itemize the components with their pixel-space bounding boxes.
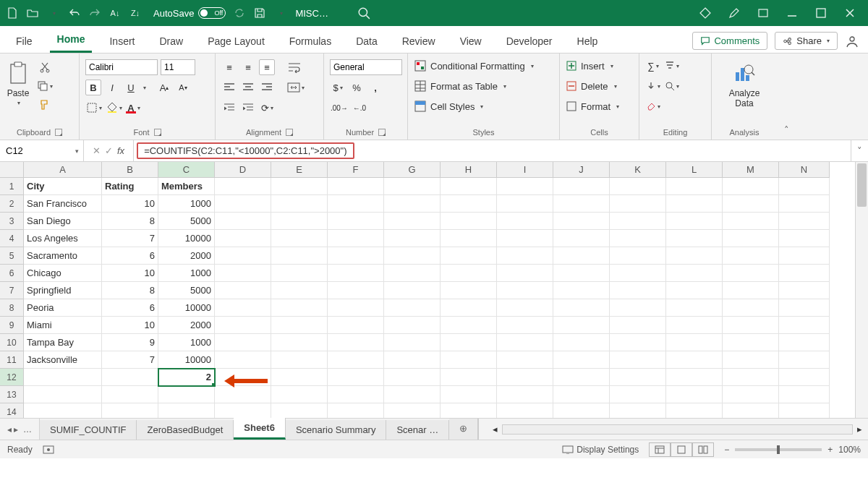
cell[interactable] (215, 317, 271, 334)
cell[interactable] (441, 403, 497, 418)
cell[interactable]: 1000 (158, 334, 215, 351)
normal-view-icon[interactable] (649, 442, 671, 457)
cell[interactable] (666, 265, 723, 282)
cell[interactable] (271, 351, 328, 369)
cell[interactable] (723, 178, 779, 195)
sort-asc-icon[interactable]: A↓ (109, 7, 122, 20)
cell[interactable] (553, 230, 610, 247)
increase-font-icon[interactable]: A▴ (156, 80, 172, 95)
cell[interactable] (271, 299, 328, 317)
decrease-font-icon[interactable]: A▾ (175, 80, 191, 95)
cell[interactable]: 9 (102, 334, 158, 351)
decrease-decimal-icon[interactable]: ←.0 (352, 100, 367, 116)
sheet-nav-controls[interactable]: ◂ ▸ … (0, 419, 40, 440)
cell[interactable]: 6 (102, 299, 158, 317)
collapse-ribbon-icon[interactable]: ˄ (777, 120, 796, 140)
cell[interactable]: 2000 (158, 247, 215, 265)
display-settings-button[interactable]: Display Settings (562, 445, 639, 455)
row-header[interactable]: 9 (0, 317, 24, 334)
cell[interactable]: 5000 (158, 282, 215, 299)
cell[interactable] (102, 369, 158, 386)
cell[interactable] (441, 317, 497, 334)
cell[interactable] (215, 213, 271, 230)
cells-area[interactable]: CityRatingMembersSan Francisco101000San … (24, 178, 830, 418)
column-header[interactable]: C (158, 162, 215, 178)
cell[interactable] (666, 230, 723, 247)
cell[interactable] (666, 369, 723, 386)
increase-decimal-icon[interactable]: .00→ (330, 100, 349, 116)
cell-styles-button[interactable]: Cell Styles▾ (414, 98, 553, 114)
row-header[interactable]: 6 (0, 265, 24, 282)
cell[interactable] (723, 299, 779, 317)
cell[interactable] (24, 403, 102, 418)
cell[interactable] (328, 178, 384, 195)
cell[interactable]: San Francisco (24, 195, 102, 213)
cell[interactable]: 2 (158, 369, 215, 386)
cell[interactable] (328, 317, 384, 334)
cell[interactable]: Springfield (24, 282, 102, 299)
cell[interactable] (271, 369, 328, 386)
row-header[interactable]: 7 (0, 282, 24, 299)
column-header[interactable]: I (497, 162, 553, 178)
cell[interactable] (328, 230, 384, 247)
cell[interactable]: 10000 (158, 299, 215, 317)
cell[interactable] (553, 386, 610, 403)
cell[interactable] (441, 213, 497, 230)
cell[interactable] (666, 195, 723, 213)
cell[interactable] (441, 369, 497, 386)
fill-color-icon[interactable]: ▾ (106, 100, 123, 116)
cell[interactable] (497, 265, 553, 282)
save-dropdown-icon[interactable]: ▾ (275, 7, 288, 20)
analyze-data-button[interactable]: Analyze Data (718, 59, 771, 112)
enter-formula-icon[interactable]: ✓ (105, 145, 113, 156)
tab-file[interactable]: File (9, 30, 40, 53)
increase-indent-icon[interactable] (240, 100, 256, 116)
cell[interactable] (328, 195, 384, 213)
tab-home[interactable]: Home (50, 27, 93, 53)
sheet-tab[interactable]: Scenario Summary (286, 420, 387, 440)
cell[interactable] (779, 334, 830, 351)
cell[interactable] (271, 334, 328, 351)
cell[interactable]: Miami (24, 317, 102, 334)
cell[interactable] (441, 299, 497, 317)
formula-input[interactable]: =COUNTIFS(C2:C11,"<10000",C2:C11,">2000"… (137, 142, 354, 159)
cell[interactable] (610, 195, 666, 213)
cell[interactable] (441, 386, 497, 403)
vertical-scrollbar[interactable] (855, 162, 868, 418)
cell[interactable] (610, 403, 666, 418)
cell[interactable]: 1000 (158, 265, 215, 282)
tab-draw[interactable]: Draw (152, 30, 190, 53)
dialog-launcher-icon[interactable] (154, 129, 161, 136)
zoom-out-icon[interactable]: − (724, 445, 729, 455)
cell[interactable] (441, 230, 497, 247)
cell[interactable]: Tampa Bay (24, 334, 102, 351)
cell[interactable] (497, 213, 553, 230)
cell[interactable] (441, 334, 497, 351)
column-header[interactable]: E (271, 162, 328, 178)
decrease-indent-icon[interactable] (221, 100, 237, 116)
cell[interactable] (441, 195, 497, 213)
row-header[interactable]: 13 (0, 386, 24, 403)
cell[interactable]: 5000 (158, 213, 215, 230)
cell[interactable] (384, 282, 441, 299)
cell[interactable] (384, 299, 441, 317)
cell[interactable] (384, 195, 441, 213)
align-left-icon[interactable] (221, 80, 237, 95)
cell[interactable] (441, 265, 497, 282)
cell[interactable] (384, 265, 441, 282)
cell[interactable]: 10000 (158, 230, 215, 247)
cell[interactable] (610, 178, 666, 195)
cell[interactable] (610, 386, 666, 403)
cell[interactable] (723, 403, 779, 418)
cell[interactable] (553, 282, 610, 299)
zoom-in-icon[interactable]: + (827, 445, 833, 455)
cell[interactable] (610, 282, 666, 299)
cell[interactable] (779, 195, 830, 213)
cell[interactable] (497, 195, 553, 213)
border-icon[interactable]: ▾ (85, 100, 103, 116)
tab-formulas[interactable]: Formulas (282, 30, 339, 53)
format-cells-button[interactable]: Format▾ (566, 98, 633, 114)
cell[interactable] (553, 317, 610, 334)
refresh-icon[interactable] (233, 7, 246, 20)
sort-filter-icon[interactable]: ▾ (664, 58, 680, 74)
